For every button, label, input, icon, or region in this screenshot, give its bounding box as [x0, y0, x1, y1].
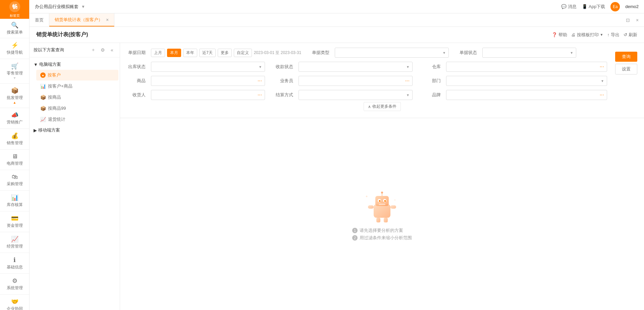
date-btn-this-year[interactable]: 本年 — [183, 49, 197, 57]
goods-select[interactable]: ··· — [151, 76, 265, 86]
sidebar-item-purchase[interactable]: 🛍 采购管理 — [0, 170, 29, 191]
left-panel-title: 按以下方案查询 — [34, 47, 88, 53]
filter-row-4: 收货人 ··· 结算方式 ▼ — [127, 90, 607, 100]
salesperson-dots: ··· — [405, 78, 410, 84]
date-btn-7days[interactable]: 近7天 — [199, 49, 216, 57]
brand-label: 品牌 — [422, 92, 441, 98]
date-btn-last-month[interactable]: 上月 — [151, 49, 165, 57]
tab-close-icon[interactable]: × — [106, 17, 109, 22]
add-icon: ＋ — [91, 47, 96, 53]
info-icon: ℹ — [13, 256, 16, 264]
sidebar-item-label: 经营管理 — [7, 244, 23, 249]
settings-scheme-button[interactable]: ⚙ — [99, 46, 106, 54]
sidebar-item-finance[interactable]: 💳 资金管理 — [0, 211, 29, 232]
settings-button[interactable]: 设置 — [615, 64, 637, 74]
export-label: 导出 — [611, 32, 620, 38]
payment-status-select[interactable]: ▼ — [299, 62, 413, 72]
date-btn-this-month[interactable]: 本月 — [167, 49, 181, 57]
help-label: 帮助 — [558, 32, 567, 38]
tree-item-returns[interactable]: 📈 退货统计 — [36, 114, 118, 125]
message-button[interactable]: 💬 消息 — [561, 4, 577, 10]
collapse-button[interactable]: ∧ 收起更多条件 — [364, 102, 401, 111]
sidebar-item-label: 资金管理 — [7, 223, 23, 228]
sidebar-item-retail[interactable]: 🛒 零售管理 ▼ — [0, 59, 29, 84]
receiver-select[interactable]: ··· — [151, 90, 265, 100]
department-label: 部门 — [422, 78, 441, 84]
tip-num-1: 1 — [352, 228, 358, 233]
svg-point-9 — [381, 192, 383, 194]
chart-bar-icon: 📊 — [40, 84, 46, 89]
sidebar-item-label: 库存核算 — [7, 202, 23, 208]
tree-item-by-goods[interactable]: 📦 按商品 — [36, 92, 118, 103]
logo[interactable]: 畅 标签页 — [0, 0, 29, 19]
arrow-icon: ▲ — [13, 101, 16, 104]
order-type-select[interactable]: ▼ — [335, 48, 449, 58]
refresh-button[interactable]: ↺ 刷新 — [624, 32, 637, 38]
print-button[interactable]: 🖨 按模板打印 ▼ — [571, 32, 603, 38]
date-label: 单据日期 — [127, 50, 146, 56]
empty-tip-2: 2 用过滤条件来缩小分析范围 — [352, 235, 412, 241]
tree-parent-pc[interactable]: ▼ 电脑端方案 — [30, 59, 120, 69]
tab-home[interactable]: 首页 — [30, 13, 49, 27]
salesperson-select[interactable]: ··· — [299, 76, 413, 86]
app-download-button[interactable]: 📱 App下载 — [582, 4, 605, 10]
tree-item-by-customer[interactable]: ● 按客户 — [36, 70, 118, 81]
collapse-label: 收起更多条件 — [372, 104, 396, 109]
empty-tip-1: 1 请先选择要分析的方案 — [352, 227, 412, 234]
filter-area: 单据日期 上月 本月 本年 近7天 更多 自定义 2023-03-01 至 20… — [120, 43, 644, 118]
sidebar-item-inventory[interactable]: 📊 库存核算 — [0, 191, 29, 211]
brand-dots: ··· — [600, 92, 604, 98]
sidebar-item-sales[interactable]: 💰 销售管理 — [0, 129, 29, 150]
settlement-select[interactable]: ▼ — [299, 90, 413, 100]
sidebar-item-wholesale[interactable]: 📦 批发管理 ▲ — [0, 84, 29, 108]
department-select[interactable]: ▼ — [446, 76, 607, 86]
filter-row-3: 商品 ··· 业务员 ··· — [127, 76, 607, 86]
sidebar-item-info[interactable]: ℹ 基础信息 — [0, 253, 29, 274]
sidebar-item-system[interactable]: ⚙ 系统管理 — [0, 274, 29, 295]
user-name[interactable]: demo2 — [625, 4, 639, 9]
export-button[interactable]: ↑ 导出 — [607, 32, 620, 38]
industry-dropdown-icon[interactable]: ▼ — [81, 4, 85, 9]
tree-parent-mobile[interactable]: ▶ 移动端方案 — [30, 125, 120, 135]
tab-sales-label: 销货单统计表（按客户） — [55, 17, 103, 23]
sidebar-item-label: 企业协同 — [7, 306, 23, 310]
sidebar-item-ecommerce[interactable]: 🖥 电商管理 — [0, 150, 29, 170]
svg-rect-2 — [374, 204, 390, 218]
avatar[interactable]: Ea — [610, 2, 620, 11]
date-btn-custom[interactable]: 自定义 — [234, 49, 252, 57]
add-scheme-button[interactable]: ＋ — [90, 46, 97, 54]
box-icon: 📦 — [11, 87, 18, 94]
collapse-icon: « — [111, 47, 113, 53]
sidebar-item-search[interactable]: 🔍 搜索菜单 — [0, 19, 29, 38]
tree-item-by-goods99[interactable]: 📦 按商品99 — [36, 103, 118, 114]
restore-tab-button[interactable]: ⊡ — [624, 16, 632, 24]
brand-select[interactable]: ··· — [446, 90, 607, 100]
tree-item-label: 按商品99 — [48, 105, 66, 111]
receiver-dots: ··· — [258, 92, 262, 98]
money-icon: 💰 — [11, 132, 18, 140]
date-btn-more[interactable]: 更多 — [218, 49, 232, 57]
tree-item-by-customer-goods[interactable]: 📊 按客户+商品 — [36, 81, 118, 92]
settlement-label: 结算方式 — [274, 92, 293, 98]
sidebar-item-enterprise[interactable]: 🤝 企业协同 — [0, 295, 29, 310]
out-status-select[interactable]: ▼ — [151, 62, 265, 72]
receiver-label: 收货人 — [127, 92, 146, 98]
filter-and-actions: 单据日期 上月 本月 本年 近7天 更多 自定义 2023-03-01 至 20… — [127, 48, 637, 100]
close-tab-button[interactable]: × — [633, 16, 641, 24]
tree-section: ▼ 电脑端方案 ● 按客户 📊 按客户+商品 — [30, 57, 120, 137]
order-status-select[interactable]: ▼ — [482, 48, 576, 58]
query-button[interactable]: 查询 — [615, 52, 637, 62]
sidebar-item-label: 采购管理 — [7, 181, 23, 187]
sidebar-item-marketing[interactable]: 📣 营销推广 — [0, 108, 29, 129]
date-range-display: 2023-03-01 至 2023-03-31 — [254, 50, 301, 56]
payment-status-label: 收款状态 — [274, 64, 293, 70]
tab-sales-stats[interactable]: 销货单统计表（按客户） × — [49, 13, 114, 27]
sidebar-item-quicknav[interactable]: ⚡ 快捷导航 — [0, 38, 29, 59]
sidebar-item-management[interactable]: 📈 经营管理 — [0, 232, 29, 253]
warehouse-select[interactable]: ··· — [446, 62, 607, 72]
tabs-right-actions: ⊡ × — [621, 16, 644, 24]
help-button[interactable]: ❓ 帮助 — [552, 32, 567, 38]
right-panel: 单据日期 上月 本月 本年 近7天 更多 自定义 2023-03-01 至 20… — [120, 43, 644, 310]
tree-children-pc: ● 按客户 📊 按客户+商品 📦 按商品 — [30, 70, 120, 125]
collapse-panel-button[interactable]: « — [108, 46, 116, 54]
